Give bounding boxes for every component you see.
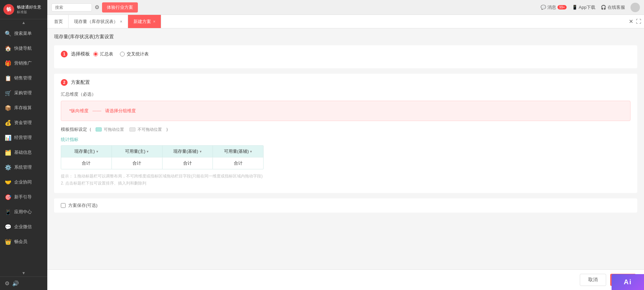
user-avatar[interactable] (630, 3, 640, 12)
sidebar-item-app-center[interactable]: 📱 应用中心 (0, 204, 47, 219)
aggregate-label: 汇总维度（必选） (61, 91, 630, 97)
service-button[interactable]: 🎧 在线客服 (601, 4, 625, 10)
inventory-icon: 📦 (5, 104, 11, 111)
sidebar-item-inventory[interactable]: 📦 库存核算 (0, 100, 47, 115)
stats-col-2-chevron[interactable]: ▾ (200, 149, 202, 154)
minimize-icon[interactable]: ✕ (629, 18, 633, 25)
indicator-legend: 可拖动位置 不可拖动位置 (96, 127, 162, 132)
warning-required-mark: *纵向维度 —— 请选择分组维度 (69, 108, 136, 114)
sidebar-item-system[interactable]: ⚙️ 系统管理 (0, 160, 47, 175)
sidebar-item-label: 企业协同 (14, 179, 32, 185)
section-choose-template: 1 选择模板 汇总表 交叉统计表 (54, 45, 637, 68)
sales-icon: 📋 (5, 75, 11, 81)
sidebar-item-label: 库存核算 (14, 105, 32, 111)
cancel-button[interactable]: 取消 (580, 274, 606, 286)
sidebar-item-label: 搜索菜单 (14, 30, 32, 37)
system-icon: ⚙️ (5, 164, 11, 171)
settings-icon[interactable]: ⚙ (5, 280, 9, 287)
section2-header: 2 方案配置 (61, 79, 630, 86)
sidebar-item-search-menu[interactable]: 🔍 搜索菜单 (0, 26, 47, 41)
sidebar-item-basic[interactable]: 🗂️ 基础信息 (0, 145, 47, 160)
tip-1: 提示： 1.拖动标题栏可以调整布局，不可跨维度或指标区域拖动栏目字段(只能在同一… (61, 173, 630, 179)
service-label: 在线客服 (608, 4, 625, 10)
stats-body-col-0: 合计 (61, 158, 112, 169)
sidebar-item-label: 营销推广 (14, 60, 32, 66)
sidebar-item-guide[interactable]: 🎯 新手引导 (0, 190, 47, 204)
contract-icon: 🤝 (5, 179, 11, 186)
section-plan-config: 2 方案配置 汇总维度（必选） *纵向维度 —— 请选择分组维度 模板指标设定（ (54, 74, 637, 193)
service-icon: 🎧 (601, 5, 606, 10)
finance-icon: 💰 (5, 119, 11, 126)
message-button[interactable]: 💬 消息 99+ (541, 4, 567, 10)
movable-box (96, 127, 102, 131)
stats-col-2[interactable]: 现存量(基辅) ▾ (163, 146, 213, 157)
radio-cross-label: 交叉统计表 (127, 51, 149, 57)
message-badge: 99+ (558, 5, 567, 9)
sidebar-item-contract[interactable]: 🤝 企业协同 (0, 175, 47, 190)
main-container: ⚙ 体验行业方案 💬 消息 99+ 📱 App下载 🎧 在线客服 首页 (47, 0, 644, 290)
sidebar-scroll-down[interactable]: ▼ (0, 270, 47, 276)
sidebar-item-purchase[interactable]: 🛒 采购管理 (0, 86, 47, 100)
save-section: 方案保存(可选) (54, 198, 637, 213)
section2-title: 方案配置 (71, 79, 90, 86)
sidebar-item-label: 销售管理 (14, 75, 32, 81)
sidebar-scroll-up[interactable]: ▲ (0, 19, 47, 26)
maximize-icon[interactable]: ⛶ (636, 19, 641, 25)
audio-icon[interactable]: 🔊 (12, 280, 19, 287)
radio-summary[interactable]: 汇总表 (93, 51, 113, 57)
purchase-icon: 🛒 (5, 90, 11, 96)
gear-icon[interactable]: ⚙ (95, 4, 99, 10)
sidebar-item-sales[interactable]: 📋 销售管理 (0, 71, 47, 86)
topbar: ⚙ 体验行业方案 💬 消息 99+ 📱 App下载 🎧 在线客服 (47, 0, 644, 15)
wechat-icon: 💬 (5, 223, 11, 230)
radio-cross[interactable]: 交叉统计表 (120, 51, 149, 57)
tab-inventory-status[interactable]: 现存量（库存状况表） × (69, 15, 128, 28)
stats-body-col-2: 合计 (163, 158, 213, 169)
sidebar-item-quick-nav[interactable]: 🏠 快捷导航 (0, 41, 47, 56)
trial-button[interactable]: 体验行业方案 (102, 2, 138, 13)
stats-col-2-label: 现存量(基辅) (173, 148, 198, 154)
sidebar-item-operation[interactable]: 📊 经营管理 (0, 130, 47, 145)
search-input[interactable] (51, 3, 92, 11)
stats-col-0[interactable]: 现存量(主) ▾ (61, 146, 112, 157)
tab-inventory-close[interactable]: × (120, 19, 122, 24)
indicator-settings: 模板指标设定（ 可拖动位置 不可拖动位置 ） (61, 126, 630, 132)
sidebar-item-wechat[interactable]: 💬 企业微信 (0, 219, 47, 234)
stats-body-row: 合计 合计 合计 合计 (61, 157, 263, 169)
ai-badge[interactable]: Ai (612, 274, 644, 290)
section1-header: 1 选择模板 汇总表 交叉统计表 (61, 51, 630, 57)
page-title: 现存量(库存状况表)方案设置 (54, 34, 637, 40)
warning-hint: 请选择分组维度 (105, 108, 136, 113)
member-icon: 👑 (5, 238, 11, 245)
sidebar-item-label: 应用中心 (14, 209, 32, 215)
radio-summary-input[interactable] (93, 52, 98, 56)
tab-new-plan-close[interactable]: × (153, 19, 155, 24)
operation-icon: 📊 (5, 134, 11, 141)
tabbar-actions: ✕ ⛶ (629, 18, 644, 25)
stats-table: 现存量(主) ▾ 可用量(主) ▾ 现存量(基辅) ▾ 可用量(基辅) ▾ (61, 145, 264, 169)
sidebar-item-finance[interactable]: 💰 资金管理 (0, 115, 47, 130)
stats-col-0-label: 现存量(主) (74, 148, 95, 154)
sidebar-item-marketing[interactable]: 🎁 营销推广 (0, 56, 47, 71)
stats-col-3-chevron[interactable]: ▾ (250, 149, 252, 154)
stats-col-3[interactable]: 可用量(基辅) ▾ (213, 146, 263, 157)
stats-col-0-chevron[interactable]: ▾ (96, 149, 98, 154)
save-checkbox[interactable] (61, 203, 66, 208)
tips-section: 提示： 1.拖动标题栏可以调整布局，不可跨维度或指标区域拖动栏目字段(只能在同一… (61, 173, 630, 186)
app-label: App下载 (579, 4, 595, 10)
tab-new-plan[interactable]: 新建方案 × (128, 15, 161, 28)
sidebar-item-member[interactable]: 👑 畅会员 (0, 234, 47, 249)
stats-col-1[interactable]: 可用量(主) ▾ (112, 146, 163, 157)
stats-col-1-chevron[interactable]: ▾ (147, 149, 149, 154)
tab-home[interactable]: 首页 (47, 15, 69, 28)
tabbar: 首页 现存量（库存状况表） × 新建方案 × ✕ ⛶ (47, 15, 644, 28)
sidebar-item-label: 系统管理 (14, 164, 32, 170)
fixed-box (129, 127, 135, 131)
sidebar-bottom: ⚙ 🔊 (0, 276, 47, 290)
guide-icon: 🎯 (5, 194, 11, 200)
section1-num: 1 (61, 51, 68, 57)
legend-fixed-label: 不可拖动位置 (138, 127, 162, 132)
content-area: 现存量(库存状况表)方案设置 1 选择模板 汇总表 交叉统计表 (47, 28, 644, 269)
app-download-button[interactable]: 📱 App下载 (572, 4, 595, 10)
radio-cross-input[interactable] (120, 52, 125, 56)
